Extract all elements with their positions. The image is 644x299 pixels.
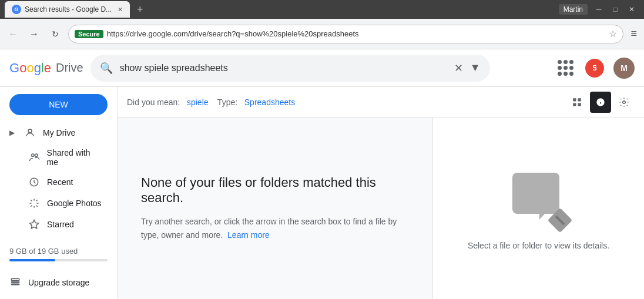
avatar[interactable]: M — [613, 58, 635, 79]
svg-line-11 — [36, 200, 38, 201]
svg-marker-12 — [30, 220, 39, 229]
secure-badge: Secure — [75, 30, 103, 38]
details-illustration — [507, 167, 571, 231]
sidebar-label-shared: Shared with me — [47, 148, 103, 167]
search-clear-button[interactable]: ✕ — [454, 62, 463, 75]
storage-bar-fill — [9, 259, 55, 261]
did-you-mean-link[interactable]: spiele — [187, 98, 209, 107]
refresh-button[interactable]: ↻ — [47, 26, 63, 42]
content-area: Did you mean: spiele Type: Spreadsheets — [118, 87, 644, 299]
content-toolbar: Did you mean: spiele Type: Spreadsheets — [118, 87, 644, 117]
maximize-button[interactable]: □ — [608, 4, 623, 15]
svg-rect-15 — [11, 284, 19, 285]
grid-view-button[interactable] — [566, 92, 588, 113]
sidebar-item-starred[interactable]: Starred — [0, 214, 112, 235]
details-panel: Select a file or folder to view its deta… — [432, 117, 644, 299]
sidebar-item-my-drive[interactable]: ▶ My Drive — [0, 122, 112, 143]
tab-title: Search results - Google D... — [25, 5, 112, 14]
shared-icon — [28, 152, 40, 163]
main-layout: NEW ▶ My Drive Shared with me — [0, 87, 644, 299]
svg-rect-17 — [578, 98, 581, 101]
expand-icon: ▶ — [9, 129, 15, 137]
sidebar-label-my-drive: My Drive — [43, 128, 75, 137]
user-label: Martin — [559, 4, 588, 15]
toolbar-right — [566, 92, 635, 113]
bookmark-button[interactable]: ☆ — [609, 28, 617, 39]
google-text: Google — [9, 61, 51, 76]
speech-bubble-shape — [512, 173, 559, 214]
app-header: Google Drive 🔍 ✕ ▼ 5 M — [0, 49, 644, 87]
svg-point-1 — [31, 154, 34, 157]
search-icon: 🔍 — [100, 62, 113, 75]
titlebar: G Search results - Google D... ✕ + Marti… — [0, 0, 644, 19]
learn-more-link[interactable]: Learn more — [227, 230, 270, 240]
result-main: None of your files or folders matched th… — [118, 117, 432, 299]
no-results-title: None of your files or folders matched th… — [141, 175, 409, 206]
storage-info: 9 GB of 19 GB used — [0, 240, 117, 272]
did-you-mean: Did you mean: spiele Type: Spreadsheets — [127, 98, 295, 107]
type-label: Type: — [217, 98, 237, 107]
sidebar-item-shared[interactable]: Shared with me — [0, 143, 112, 172]
svg-rect-19 — [578, 103, 581, 106]
browser-menu-button[interactable]: ≡ — [628, 28, 639, 40]
no-results-container: None of your files or folders matched th… — [141, 175, 409, 241]
svg-rect-13 — [11, 278, 19, 280]
sidebar: NEW ▶ My Drive Shared with me — [0, 87, 118, 299]
info-button[interactable] — [590, 92, 611, 113]
svg-line-7 — [36, 206, 38, 207]
forward-button[interactable]: → — [26, 26, 42, 42]
settings-button[interactable] — [613, 92, 635, 113]
titlebar-left: G Search results - Google D... ✕ + — [5, 1, 143, 18]
my-drive-icon — [24, 127, 36, 139]
address-text: https://drive.google.com/drive/search?q=… — [107, 29, 606, 38]
svg-rect-18 — [573, 103, 576, 106]
sidebar-item-recent[interactable]: Recent — [0, 172, 112, 193]
starred-icon — [28, 219, 40, 230]
apps-grid-icon — [558, 60, 573, 76]
sidebar-label-starred: Starred — [47, 220, 74, 229]
notifications-count: 5 — [592, 63, 596, 72]
minimize-button[interactable]: ─ — [591, 4, 606, 15]
details-text: Select a file or folder to view its deta… — [468, 241, 609, 250]
type-value-link[interactable]: Spreadsheets — [244, 98, 295, 107]
speech-bubble-tail — [539, 207, 551, 220]
svg-point-23 — [623, 100, 626, 103]
sidebar-item-photos[interactable]: Google Photos — [0, 193, 112, 214]
search-bar[interactable]: 🔍 ✕ ▼ — [90, 55, 490, 82]
sidebar-item-upgrade[interactable]: Upgrade storage — [0, 272, 117, 293]
upgrade-label: Upgrade storage — [28, 278, 89, 287]
drive-text: Drive — [56, 61, 83, 75]
svg-line-6 — [31, 200, 32, 201]
sidebar-label-recent: Recent — [47, 177, 73, 187]
storage-bar-bg — [9, 259, 108, 261]
titlebar-controls: Martin ─ □ ✕ — [559, 4, 639, 15]
upgrade-icon — [9, 277, 21, 288]
new-button[interactable]: NEW — [9, 94, 108, 115]
browser-chrome: ← → ↻ Secure https://drive.google.com/dr… — [0, 19, 644, 49]
new-tab-button[interactable]: + — [137, 4, 143, 16]
details-icon — [507, 167, 571, 231]
result-area: None of your files or folders matched th… — [118, 117, 644, 299]
did-you-mean-prefix: Did you mean: — [127, 98, 180, 107]
recent-icon — [28, 176, 40, 188]
browser-tab[interactable]: G Search results - Google D... ✕ — [5, 1, 130, 18]
tab-close-button[interactable]: ✕ — [118, 6, 123, 14]
sidebar-label-photos: Google Photos — [47, 199, 102, 208]
back-button[interactable]: ← — [5, 26, 21, 42]
svg-line-10 — [31, 206, 32, 207]
notifications-button[interactable]: 5 — [585, 59, 604, 78]
search-input[interactable] — [120, 63, 447, 73]
no-results-desc: Try another search, or click the arrow i… — [141, 215, 409, 241]
pencil-body — [555, 215, 565, 225]
svg-rect-16 — [573, 98, 576, 101]
svg-rect-14 — [11, 282, 19, 283]
search-dropdown-button[interactable]: ▼ — [470, 62, 481, 74]
google-drive-logo: Google Drive — [9, 61, 83, 76]
svg-point-0 — [28, 129, 32, 133]
address-bar[interactable]: Secure https://drive.google.com/drive/se… — [68, 25, 623, 43]
close-button[interactable]: ✕ — [624, 4, 639, 15]
svg-point-2 — [35, 154, 38, 157]
tab-favicon: G — [12, 5, 21, 14]
apps-button[interactable] — [555, 58, 576, 79]
storage-label: 9 GB of 19 GB used — [9, 247, 78, 256]
